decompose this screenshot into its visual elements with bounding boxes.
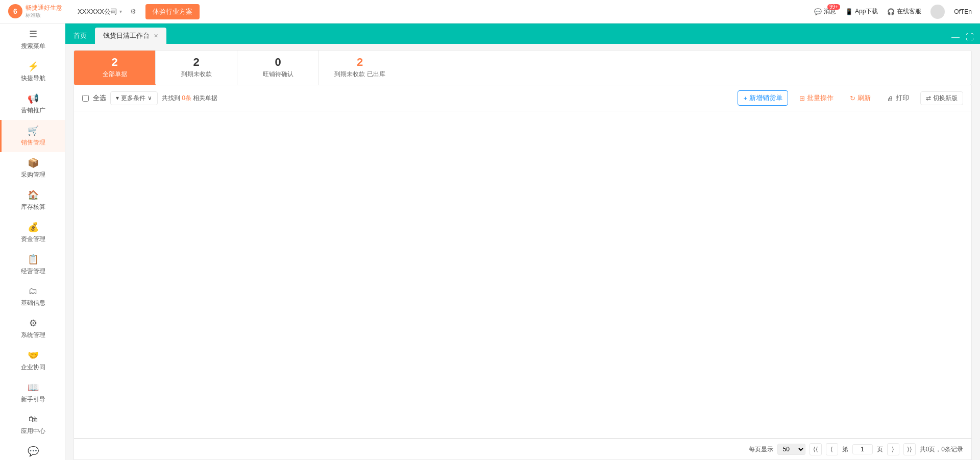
sidebar-label-app-center: 应用中心 (21, 427, 45, 435)
content-area: 2 全部单据 2 到期未收款 0 旺铺待确认 2 到期未收款 已出库 (65, 44, 980, 460)
book-icon: 📖 (28, 382, 39, 393)
found-text: 共找到 0条 相关单据 (162, 94, 217, 103)
maximize-icon[interactable]: ⛶ (964, 31, 976, 44)
tab-home[interactable]: 首页 (65, 28, 95, 44)
money-icon: 💰 (28, 222, 39, 233)
total-text: 共0页，0条记录 (920, 445, 963, 454)
print-icon: 🖨 (887, 94, 894, 102)
switch-label: 切换新版 (933, 94, 958, 103)
refresh-label: 刷新 (857, 93, 871, 103)
main-content: 首页 钱货日清工作台 ✕ — ⛶ 2 全部单据 2 到期未收款 (65, 23, 980, 460)
settings-icon[interactable]: ⚙ (126, 5, 140, 19)
topbar: 6 畅捷通好生意 标准版 XXXXXX公司 ▾ ⚙ 体验行业方案 💬 消息 99… (0, 0, 980, 23)
batch-label: 批量操作 (807, 93, 834, 103)
online-service-button[interactable]: 🎧 在线客服 (887, 7, 921, 16)
sidebar-item-operations[interactable]: 📋 经营管理 (0, 249, 65, 281)
minimize-icon[interactable]: — (949, 31, 962, 44)
table-area (74, 111, 972, 439)
next-page-button[interactable]: ⟩ (887, 443, 899, 455)
add-sales-order-button[interactable]: + 新增销货单 (738, 90, 788, 106)
sidebar-label-sales: 销售管理 (21, 138, 45, 147)
stat-num-wangpu: 0 (246, 56, 310, 69)
tab-bar: 首页 钱货日清工作台 ✕ — ⛶ (65, 23, 980, 44)
stat-label-overdue: 到期未收款 (164, 70, 229, 79)
batch-icon: ⊞ (799, 94, 805, 102)
switch-new-version-button[interactable]: ⇄ 切换新版 (920, 91, 963, 105)
switch-icon: ⇄ (926, 94, 931, 102)
box-icon: 📦 (28, 157, 39, 168)
username[interactable]: OfTEn (954, 8, 972, 15)
add-icon: + (743, 94, 747, 102)
last-page-button[interactable]: ⟩⟩ (903, 443, 916, 455)
chevron-down-icon: ▾ (119, 9, 122, 14)
refresh-icon: ↻ (850, 94, 855, 102)
page-number-input[interactable] (852, 444, 873, 454)
sidebar-item-quicknav[interactable]: ⚡ 快捷导航 (0, 56, 65, 88)
stat-tab-all[interactable]: 2 全部单据 (74, 51, 156, 85)
stat-num-all: 2 (82, 56, 147, 69)
stats-tabs: 2 全部单据 2 到期未收款 0 旺铺待确认 2 到期未收款 已出库 (74, 50, 972, 85)
sidebar-item-system[interactable]: ⚙ 系统管理 (0, 312, 65, 345)
sidebar-label-enterprise: 企业协同 (21, 363, 45, 372)
sidebar-item-finance[interactable]: 💰 资金管理 (0, 216, 65, 249)
tab-close-icon[interactable]: ✕ (154, 33, 158, 39)
sidebar-label-system: 系统管理 (21, 331, 45, 340)
sidebar-item-marketing[interactable]: 📢 营销推广 (0, 88, 65, 120)
home-icon: 🏠 (28, 189, 39, 201)
sidebar-label-marketing: 营销推广 (21, 106, 45, 115)
select-all-checkbox[interactable] (82, 95, 89, 102)
message-badge: 99+ (827, 4, 840, 10)
sidebar-label-guide: 新手引导 (21, 395, 45, 404)
stat-label-all: 全部单据 (82, 70, 147, 79)
prev-page-button[interactable]: ⟨ (826, 443, 838, 455)
sidebar-item-guide[interactable]: 📖 新手引导 (0, 377, 65, 409)
toolbar-right: + 新增销货单 ⊞ 批量操作 ↻ 刷新 🖨 打印 (738, 90, 963, 106)
first-page-button[interactable]: ⟨⟨ (810, 443, 822, 455)
batch-operations-button[interactable]: ⊞ 批量操作 (794, 91, 839, 105)
sidebar-item-wechat[interactable]: 💬 企业微信 (0, 441, 65, 460)
page-label-end: 页 (877, 445, 883, 454)
filter-button[interactable]: ▾ 更多条件 ∨ (110, 91, 158, 105)
sidebar: ☰ 搜索菜单 ⚡ 快捷导航 📢 营销推广 🛒 销售管理 📦 采购管理 🏠 库存核… (0, 23, 65, 460)
clipboard-icon: 📋 (28, 254, 39, 265)
sidebar-item-app-center[interactable]: 🛍 应用中心 (0, 409, 65, 441)
stat-num-overdue: 2 (164, 56, 229, 69)
stat-tab-wangpu[interactable]: 0 旺铺待确认 (237, 51, 319, 85)
sidebar-item-basic-info[interactable]: 🗂 基础信息 (0, 281, 65, 312)
stat-label-shipped: 到期未收款 已出库 (327, 70, 393, 79)
select-all-label: 全选 (93, 93, 106, 103)
print-button[interactable]: 🖨 打印 (882, 91, 914, 105)
refresh-button[interactable]: ↻ 刷新 (845, 91, 876, 105)
avatar[interactable] (930, 5, 945, 19)
sidebar-item-search[interactable]: ☰ 搜索菜单 (0, 23, 65, 56)
sidebar-item-enterprise[interactable]: 🤝 企业协同 (0, 345, 65, 377)
sidebar-item-sales[interactable]: 🛒 销售管理 (0, 120, 65, 152)
chevron-icon: ∨ (148, 94, 152, 102)
handshake-icon: 🤝 (28, 350, 39, 361)
sidebar-item-purchase[interactable]: 📦 采购管理 (0, 152, 65, 184)
cart-icon: 🛒 (28, 125, 39, 136)
experience-button[interactable]: 体验行业方案 (145, 4, 200, 19)
company-selector[interactable]: XXXXXX公司 ▾ (78, 7, 122, 16)
page-size-select[interactable]: 50 10 20 100 (777, 444, 805, 455)
stat-tab-shipped[interactable]: 2 到期未收款 已出库 (319, 51, 401, 85)
toolbar: 全选 ▾ 更多条件 ∨ 共找到 0条 相关单据 + 新增销货单 (74, 85, 972, 111)
toolbar-left: 全选 ▾ 更多条件 ∨ 共找到 0条 相关单据 (82, 91, 733, 105)
logo-icon: 6 (8, 4, 22, 18)
app-download-button[interactable]: 📱 App下载 (845, 7, 878, 16)
message-button[interactable]: 💬 消息 99+ (814, 7, 836, 16)
tab-bar-actions: — ⛶ (949, 31, 980, 44)
add-btn-label: 新增销货单 (749, 93, 782, 103)
filter-icon: ▾ (116, 94, 119, 102)
sidebar-label-quicknav: 快捷导航 (21, 74, 45, 83)
megaphone-icon: 📢 (28, 93, 39, 104)
phone-icon: 📱 (845, 8, 853, 15)
pagination-bar: 每页显示 50 10 20 100 ⟨⟨ ⟨ 第 页 ⟩ ⟩⟩ 共0页，0条记录 (74, 439, 972, 460)
tab-home-label: 首页 (74, 31, 87, 40)
logo-name: 畅捷通好生意 (26, 4, 62, 11)
print-label: 打印 (896, 93, 909, 103)
tab-workbench-label: 钱货日清工作台 (103, 31, 150, 40)
tab-workbench[interactable]: 钱货日清工作台 ✕ (95, 28, 166, 44)
stat-tab-overdue[interactable]: 2 到期未收款 (156, 51, 237, 85)
sidebar-item-inventory[interactable]: 🏠 库存核算 (0, 184, 65, 216)
